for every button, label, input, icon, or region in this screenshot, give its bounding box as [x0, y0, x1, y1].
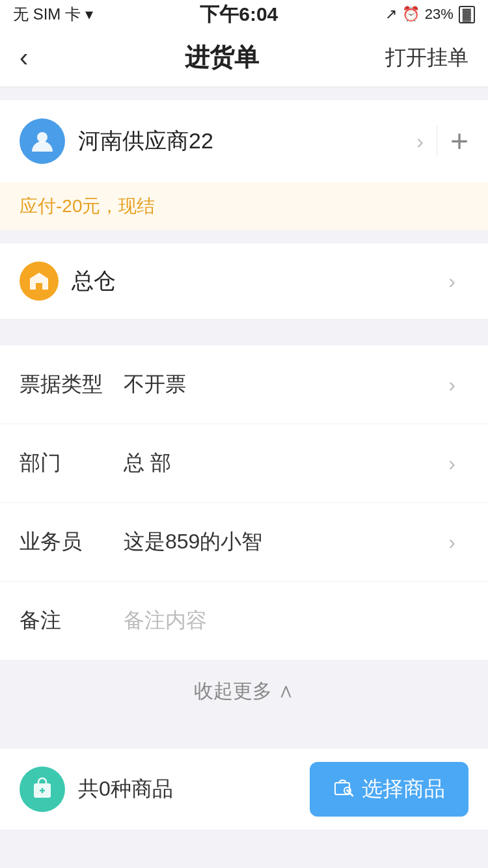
- select-product-label: 选择商品: [362, 775, 445, 804]
- gap-3: [0, 319, 488, 332]
- product-icon: [20, 766, 65, 812]
- invoice-type-label: 票据类型: [20, 370, 111, 399]
- invoice-type-row[interactable]: 票据类型 不开票 ›: [0, 346, 488, 424]
- supplier-chevron-icon: ›: [416, 129, 424, 154]
- salesperson-chevron-icon: ›: [448, 530, 455, 554]
- select-product-icon: [333, 779, 354, 800]
- warehouse-icon: [20, 262, 59, 301]
- warehouse-row[interactable]: 总仓 ›: [0, 243, 488, 319]
- salesperson-value: 这是859的小智: [111, 528, 448, 556]
- bottom-bar: 共0种商品 选择商品: [0, 749, 488, 830]
- signal-text: 无 SIM 卡 ▾: [13, 4, 93, 25]
- salesperson-label: 业务员: [20, 528, 111, 556]
- warehouse-name: 总仓: [72, 266, 448, 296]
- status-left: 无 SIM 卡 ▾: [13, 4, 93, 25]
- supplier-avatar: [20, 118, 65, 164]
- notice-row: 应付-20元，现结: [0, 182, 488, 230]
- notice-text: 应付-20元，现结: [20, 196, 155, 216]
- status-time: 下午6:04: [200, 1, 278, 28]
- supplier-name: 河南供应商22: [78, 126, 416, 156]
- battery-icon: ▓: [459, 6, 475, 23]
- collapse-label: 收起更多 ∧: [194, 680, 293, 701]
- invoice-type-chevron-icon: ›: [448, 373, 455, 397]
- gap-2: [0, 230, 488, 243]
- remark-row[interactable]: 备注 备注内容: [0, 582, 488, 660]
- form-section: 票据类型 不开票 › 部门 总 部 › 业务员 这是859的小智 › 备注 备注…: [0, 346, 488, 660]
- location-icon: ↗: [385, 6, 397, 23]
- alarm-icon: ⏰: [402, 6, 420, 23]
- department-chevron-icon: ›: [448, 452, 455, 476]
- salesperson-row[interactable]: 业务员 这是859的小智 ›: [0, 503, 488, 582]
- page-title: 进货单: [185, 41, 259, 74]
- remark-input[interactable]: 备注内容: [111, 606, 468, 635]
- product-count: 共0种商品: [78, 775, 310, 804]
- supplier-section: 河南供应商22 › +: [0, 100, 488, 182]
- svg-rect-1: [36, 283, 42, 290]
- gap-4: [0, 723, 488, 736]
- remark-label: 备注: [20, 606, 111, 635]
- gap-1: [0, 87, 488, 100]
- status-right: ↗ ⏰ 23% ▓: [385, 6, 475, 23]
- status-bar: 无 SIM 卡 ▾ 下午6:04 ↗ ⏰ 23% ▓: [0, 0, 488, 29]
- department-value: 总 部: [111, 449, 448, 478]
- svg-point-0: [37, 132, 47, 142]
- select-product-button[interactable]: 选择商品: [310, 762, 468, 817]
- supplier-row[interactable]: 河南供应商22 › +: [20, 100, 468, 182]
- svg-rect-5: [335, 783, 349, 794]
- department-row[interactable]: 部门 总 部 ›: [0, 424, 488, 503]
- add-button[interactable]: +: [437, 126, 468, 157]
- page-background: [0, 830, 488, 868]
- department-label: 部门: [20, 449, 111, 478]
- warehouse-chevron-icon: ›: [448, 269, 455, 293]
- back-button[interactable]: ‹: [20, 43, 59, 72]
- invoice-type-value: 不开票: [111, 370, 448, 399]
- open-pending-button[interactable]: 打开挂单: [385, 44, 468, 72]
- nav-bar: ‹ 进货单 打开挂单: [0, 29, 488, 87]
- collapse-row[interactable]: 收起更多 ∧: [0, 660, 488, 723]
- battery-text: 23%: [425, 6, 454, 23]
